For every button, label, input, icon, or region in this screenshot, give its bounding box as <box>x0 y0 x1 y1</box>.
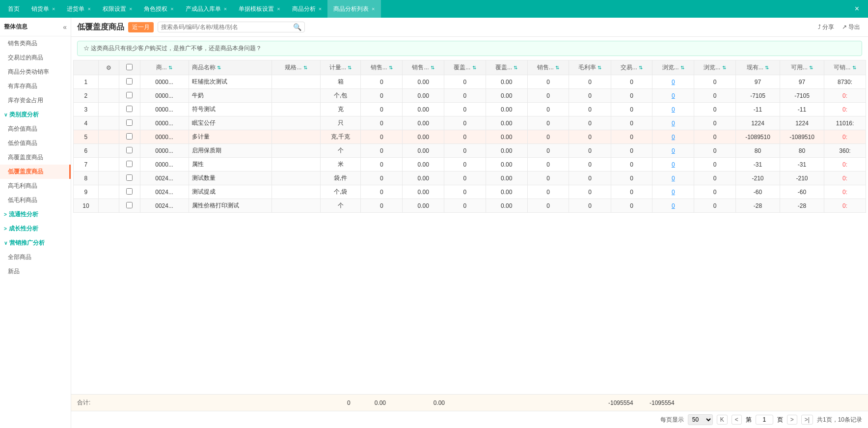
sidebar-item-low-value[interactable]: 低价值商品 <box>0 136 71 150</box>
select-all-checkbox[interactable] <box>126 64 133 70</box>
close-icon[interactable]: × <box>170 6 173 12</box>
browse-link[interactable]: 0 <box>672 161 675 168</box>
table-wrapper[interactable]: ⚙ 商... ⇅ 商品名称 ⇅ 规格... ⇅ 计量... ⇅ 销售... ⇅ … <box>71 60 868 394</box>
cell-checkbox[interactable] <box>119 103 140 116</box>
prev-page-button[interactable]: < <box>732 415 742 425</box>
cell-browse1[interactable]: 0 <box>652 130 694 144</box>
close-icon[interactable]: × <box>129 6 132 12</box>
nav-tab-analysis[interactable]: 商品分析 × <box>286 0 327 18</box>
next-page-button[interactable]: > <box>787 415 797 425</box>
sidebar-section-marketing[interactable]: ∨ 营销推广分析 <box>0 236 71 250</box>
page-input[interactable] <box>756 415 773 425</box>
cell-browse1[interactable]: 0 <box>652 103 694 116</box>
sidebar-item-traded-goods[interactable]: 交易过的商品 <box>0 51 71 65</box>
sidebar-item-high-coverage[interactable]: 高覆盖度商品 <box>0 150 71 165</box>
sidebar-item-low-margin[interactable]: 低毛利商品 <box>0 193 71 207</box>
first-page-button[interactable]: K <box>717 415 728 425</box>
browse-link[interactable]: 0 <box>672 147 675 154</box>
cell-browse1[interactable]: 0 <box>652 116 694 130</box>
cell-browse1[interactable]: 0 <box>652 144 694 158</box>
col-header-sales-amt[interactable]: 销售... ⇅ <box>403 60 444 75</box>
sidebar-item-high-margin[interactable]: 高毛利商品 <box>0 179 71 193</box>
cell-browse1[interactable]: 0 <box>652 89 694 103</box>
col-header-sellable[interactable]: 可销... ⇅ <box>824 60 866 75</box>
col-header-available[interactable]: 可用... ⇅ <box>780 60 824 75</box>
row-checkbox[interactable] <box>126 133 133 140</box>
share-button[interactable]: ⤴ 分享 <box>816 22 836 32</box>
last-page-button[interactable]: >| <box>801 415 813 425</box>
col-header-checkbox[interactable] <box>119 60 140 75</box>
sidebar-item-stock-fund[interactable]: 库存资金占用 <box>0 93 71 108</box>
col-header-sales-r[interactable]: 销售... ⇅ <box>527 60 569 75</box>
period-button[interactable]: 近一月 <box>128 22 154 32</box>
close-icon[interactable]: × <box>372 6 375 12</box>
row-checkbox[interactable] <box>126 188 133 195</box>
cell-browse1[interactable]: 0 <box>652 199 694 213</box>
cell-checkbox[interactable] <box>119 130 140 144</box>
cell-browse1[interactable]: 0 <box>652 185 694 199</box>
row-checkbox[interactable] <box>126 78 133 85</box>
export-button[interactable]: ↗ 导出 <box>840 22 862 32</box>
close-icon[interactable]: × <box>224 6 227 12</box>
col-header-browse2[interactable]: 浏览... ⇅ <box>694 60 736 75</box>
sidebar-section-category[interactable]: ∨ 类别度分析 <box>0 108 71 122</box>
col-header-name[interactable]: 商品名称 ⇅ <box>189 60 272 75</box>
sidebar-section-growth[interactable]: > 成长性分析 <box>0 222 71 236</box>
col-header-browse1[interactable]: 浏览... ⇅ <box>652 60 694 75</box>
browse-link[interactable]: 0 <box>672 79 675 86</box>
nav-tab-sales[interactable]: 销货单 × <box>26 0 61 18</box>
cell-checkbox[interactable] <box>119 158 140 171</box>
cell-browse1[interactable]: 0 <box>652 158 694 171</box>
col-header-code[interactable]: 商... ⇅ <box>140 60 189 75</box>
browse-link[interactable]: 0 <box>672 189 675 196</box>
nav-tab-products[interactable]: 产成品入库单 × <box>180 0 233 18</box>
sidebar-item-stocked[interactable]: 有库存商品 <box>0 79 71 93</box>
row-checkbox[interactable] <box>126 106 133 112</box>
nav-tab-home[interactable]: 首页 <box>2 0 26 18</box>
cell-checkbox[interactable] <box>119 75 140 89</box>
page-size-select[interactable]: 50 100 200 <box>688 414 713 425</box>
cell-checkbox[interactable] <box>119 199 140 213</box>
close-icon[interactable]: × <box>319 6 322 12</box>
nav-tab-template[interactable]: 单据模板设置 × <box>233 0 286 18</box>
browse-link[interactable]: 0 <box>672 106 675 113</box>
cell-checkbox[interactable] <box>119 89 140 103</box>
col-header-unit[interactable]: 计量... ⇅ <box>321 60 361 75</box>
close-icon[interactable]: × <box>277 6 280 12</box>
browse-link[interactable]: 0 <box>672 175 675 182</box>
close-icon[interactable]: × <box>52 6 55 12</box>
row-checkbox[interactable] <box>126 202 133 208</box>
cell-browse1[interactable]: 0 <box>652 171 694 185</box>
cell-checkbox[interactable] <box>119 116 140 130</box>
row-checkbox[interactable] <box>126 119 133 126</box>
browse-link[interactable]: 0 <box>672 120 675 127</box>
collapse-icon[interactable]: « <box>63 23 67 31</box>
col-header-sales-qty[interactable]: 销售... ⇅ <box>361 60 403 75</box>
col-header-settings[interactable]: ⚙ <box>98 60 119 75</box>
close-all-button[interactable]: × <box>848 4 866 13</box>
sidebar-item-category-rate[interactable]: 商品分类动销率 <box>0 65 71 79</box>
col-header-cov1[interactable]: 覆盖... ⇅ <box>444 60 486 75</box>
sidebar-item-low-coverage[interactable]: 低覆盖度商品 <box>0 165 71 179</box>
browse-link[interactable]: 0 <box>672 134 675 141</box>
sidebar-item-all-goods[interactable]: 全部商品 <box>0 250 71 264</box>
cell-checkbox[interactable] <box>119 144 140 158</box>
cell-browse1[interactable]: 0 <box>652 75 694 89</box>
sidebar-item-high-value[interactable]: 高价值商品 <box>0 122 71 136</box>
close-icon[interactable]: × <box>87 6 90 12</box>
sidebar-section-flow[interactable]: > 流通性分析 <box>0 207 71 222</box>
col-header-spec[interactable]: 规格... ⇅ <box>272 60 321 75</box>
col-header-gross[interactable]: 毛利率 ⇅ <box>569 60 611 75</box>
sidebar-item-new-goods[interactable]: 新品 <box>0 264 71 279</box>
col-header-cov2[interactable]: 覆盖... ⇅ <box>486 60 527 75</box>
row-checkbox[interactable] <box>126 174 133 181</box>
sidebar-header[interactable]: 整体信息 « <box>0 18 71 36</box>
row-checkbox[interactable] <box>126 147 133 153</box>
cell-checkbox[interactable] <box>119 171 140 185</box>
browse-link[interactable]: 0 <box>672 92 675 99</box>
nav-tab-purchase[interactable]: 进货单 × <box>61 0 96 18</box>
browse-link[interactable]: 0 <box>672 202 675 209</box>
col-header-current[interactable]: 现有... ⇅ <box>735 60 780 75</box>
sidebar-item-sales-goods[interactable]: 销售类商品 <box>0 36 71 51</box>
row-checkbox[interactable] <box>126 161 133 167</box>
